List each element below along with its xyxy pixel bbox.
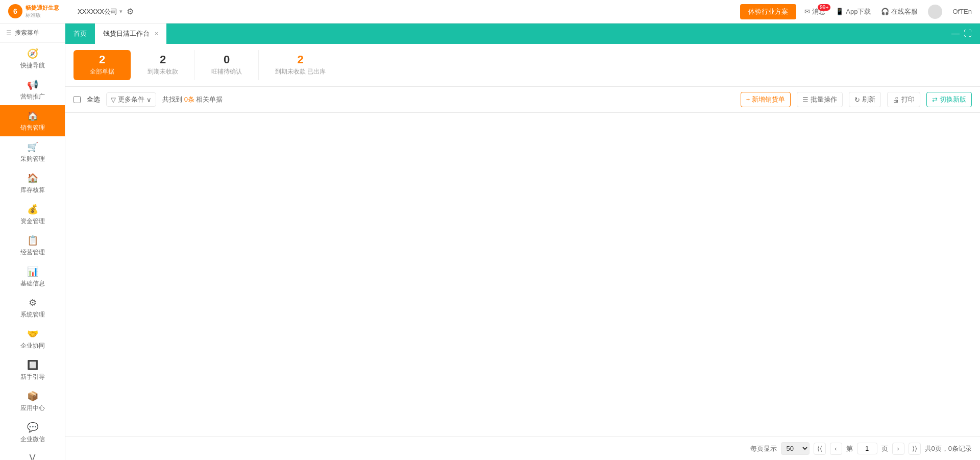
member-icon: V (29, 453, 35, 460)
logo-area: 6 畅捷通好生意 标准版 (8, 4, 74, 18)
system-icon: ⚙ (29, 297, 37, 308)
app-center-icon: 📦 (27, 391, 38, 402)
inventory-icon: 🏠 (27, 173, 38, 184)
refresh-label: 刷新 (862, 95, 875, 104)
content: 2 全部单据 2 到期未收款 0 旺辅待确认 2 到期未收款 已出库 (65, 44, 980, 460)
avatar[interactable] (928, 5, 942, 19)
company-name: XXXXXX公司 (78, 7, 117, 16)
page-size-select[interactable]: 50 20 100 (781, 442, 810, 455)
summary-card-overdue[interactable]: 2 到期未收款 (131, 50, 195, 80)
phone-icon: 📱 (836, 8, 844, 15)
filter-button[interactable]: ▽ 更多条件 ∨ (106, 92, 156, 107)
sidebar-item-quick-nav[interactable]: 🧭 快捷导航 (0, 43, 65, 74)
sidebar-item-sales[interactable]: 🏠 销售管理 (0, 105, 65, 136)
print-label: 打印 (901, 95, 915, 104)
message-button[interactable]: ✉ 消息 99+ (804, 7, 825, 16)
summary-label-all: 全部单据 (90, 67, 114, 76)
sidebar-item-purchase[interactable]: 🛒 采购管理 (0, 136, 65, 167)
search-icon: ☰ (6, 30, 12, 37)
topbar-right: ✉ 消息 99+ 📱 App下载 🎧 在线客服 OfTEn (804, 5, 972, 19)
sidebar-item-app-center[interactable]: 📦 应用中心 (0, 385, 65, 417)
app-download-button[interactable]: 📱 App下载 (836, 7, 871, 16)
message-icon: ✉ (804, 8, 810, 15)
search-menu-label: 搜索菜单 (15, 29, 39, 37)
sidebar-item-wechat[interactable]: 💬 企业微信 (0, 417, 65, 448)
sidebar-item-marketing[interactable]: 📢 营销推广 (0, 74, 65, 105)
summary-num-overdue: 2 (160, 54, 166, 65)
sidebar-item-finance[interactable]: 💰 资金管理 (0, 199, 65, 230)
add-sales-order-button[interactable]: + 新增销货单 (741, 92, 791, 107)
sidebar-item-label: 基础信息 (20, 279, 45, 288)
prev-page-button[interactable]: ‹ (830, 443, 842, 455)
finance-icon: 💰 (27, 204, 38, 215)
summary-label-pending: 旺辅待确认 (211, 67, 242, 76)
summary-card-overdue-out[interactable]: 2 到期未收款 已出库 (259, 50, 342, 80)
switch-icon: ⇄ (932, 96, 938, 104)
try-industry-button[interactable]: 体验行业方案 (740, 4, 796, 19)
sidebar-item-label: 销售管理 (20, 124, 45, 132)
tab-home[interactable]: 首页 (65, 23, 95, 44)
sidebar-item-label: 经营管理 (20, 248, 45, 257)
chevron-down-icon: ▾ (119, 8, 122, 15)
batch-operation-button[interactable]: ☰ 批量操作 (797, 92, 843, 107)
sidebar-item-operation[interactable]: 📋 经营管理 (0, 230, 65, 261)
settings-icon[interactable]: ⚙ (127, 7, 134, 16)
minimize-icon[interactable]: — (951, 29, 960, 38)
user-name[interactable]: OfTEn (952, 8, 972, 15)
summary-card-pending[interactable]: 0 旺辅待确认 (195, 50, 259, 80)
tab-workbench[interactable]: 钱货日清工作台 × (95, 23, 166, 44)
purchase-icon: 🛒 (27, 141, 38, 153)
sidebar: ☰ 搜索菜单 🧭 快捷导航 📢 营销推广 🏠 销售管理 🛒 采购管理 🏠 库存核… (0, 23, 65, 460)
sidebar-item-label: 应用中心 (20, 404, 45, 413)
select-all-checkbox[interactable] (74, 96, 81, 103)
sidebar-item-system[interactable]: ⚙ 系统管理 (0, 292, 65, 323)
sales-icon: 🏠 (27, 110, 38, 122)
maximize-icon[interactable]: ⛶ (964, 29, 972, 38)
main: 首页 钱货日清工作台 × — ⛶ 2 全部单据 2 到期 (65, 23, 980, 460)
summary-num-all: 2 (99, 54, 105, 65)
page-label-end: 页 (881, 444, 888, 453)
select-all-label: 全选 (87, 95, 100, 104)
batch-icon: ☰ (802, 96, 808, 104)
switch-label: 切换新版 (940, 95, 966, 104)
sidebar-item-label: 营销推广 (20, 92, 45, 101)
chevron-filter-icon: ∨ (146, 96, 152, 104)
sidebar-item-cooperation[interactable]: 🤝 企业协同 (0, 323, 65, 354)
sidebar-item-member[interactable]: V 畅会员 (0, 448, 65, 460)
summary-card-all[interactable]: 2 全部单据 (74, 50, 131, 80)
sidebar-item-label: 新手引导 (20, 373, 45, 381)
summary-cards: 2 全部单据 2 到期未收款 0 旺辅待确认 2 到期未收款 已出库 (65, 44, 980, 87)
sidebar-item-basic-info[interactable]: 📊 基础信息 (0, 261, 65, 292)
page-label: 第 (846, 444, 853, 453)
page-input[interactable] (857, 443, 877, 454)
print-icon: 🖨 (893, 96, 899, 104)
first-page-button[interactable]: ⟨⟨ (814, 443, 826, 455)
sidebar-item-guide[interactable]: 🔲 新手引导 (0, 354, 65, 385)
sidebar-item-label: 资金管理 (20, 217, 45, 226)
found-text: 共找到 0条 相关单据 (162, 95, 223, 104)
filter-icon: ▽ (111, 96, 116, 104)
refresh-button[interactable]: ↻ 刷新 (849, 92, 881, 107)
print-button[interactable]: 🖨 打印 (887, 92, 920, 107)
pagination: 每页显示 50 20 100 ⟨⟨ ‹ 第 页 › ⟩⟩ 共0页，0条记录 (65, 437, 980, 460)
page-size-label: 每页显示 (750, 444, 777, 453)
next-page-button[interactable]: › (892, 443, 904, 455)
layout: ☰ 搜索菜单 🧭 快捷导航 📢 营销推广 🏠 销售管理 🛒 采购管理 🏠 库存核… (0, 23, 980, 460)
filter-label: 更多条件 (118, 95, 144, 104)
online-service-button[interactable]: 🎧 在线客服 (881, 7, 918, 16)
refresh-icon: ↻ (854, 96, 860, 104)
search-menu-item[interactable]: ☰ 搜索菜单 (0, 23, 65, 43)
window-controls: — ⛶ (951, 29, 980, 38)
sidebar-item-label: 快捷导航 (20, 61, 45, 70)
tab-close-icon[interactable]: × (155, 30, 158, 37)
quick-nav-icon: 🧭 (27, 48, 38, 59)
summary-num-overdue-out: 2 (298, 54, 304, 65)
last-page-button[interactable]: ⟩⟩ (909, 443, 921, 455)
logo-text: 畅捷通好生意 (26, 4, 59, 11)
message-badge: 99+ (818, 4, 830, 11)
company-selector[interactable]: XXXXXX公司 ▾ (78, 7, 122, 16)
tabs-bar: 首页 钱货日清工作台 × — ⛶ (65, 23, 980, 44)
sidebar-item-inventory[interactable]: 🏠 库存核算 (0, 167, 65, 199)
cooperation-icon: 🤝 (27, 328, 38, 340)
switch-version-button[interactable]: ⇄ 切换新版 (926, 92, 972, 107)
